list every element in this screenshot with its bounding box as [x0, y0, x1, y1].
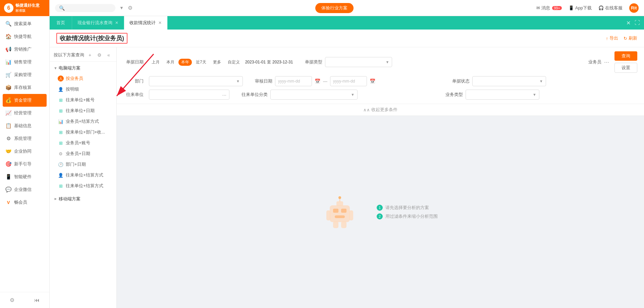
sales-icon: 📊	[5, 59, 11, 65]
table4-icon: ⊞	[58, 140, 64, 146]
topbar-search[interactable]: 🔍	[55, 4, 115, 12]
scheme-item-by-detail[interactable]: 👤 按明细	[50, 84, 116, 95]
sidebar-collapse-btn[interactable]: ⏮	[32, 295, 42, 305]
doc-type-select[interactable]: ▼	[325, 57, 392, 67]
topbar-settings-icon[interactable]: ⚙	[128, 5, 132, 11]
sidebar-item-wechat[interactable]: 💬 企业微信	[0, 183, 49, 196]
date-dash: —	[323, 79, 327, 84]
tabbar: 首页 现金银行流水查询 ✕ 收款情况统计 ✕ ✕ ⛶	[50, 16, 644, 30]
refresh-label: 刷新	[629, 35, 637, 41]
sidebar-item-marketing[interactable]: 📢 营销推广	[0, 43, 49, 56]
basic-info-icon: 📋	[5, 123, 11, 129]
tab-home[interactable]: 首页	[50, 16, 72, 30]
sidebar-item-enterprise[interactable]: 🤝 企业协同	[0, 145, 49, 158]
trial-button[interactable]: 体验行业方案	[315, 3, 354, 13]
scheme-item-salesperson-settlement[interactable]: 📊 业务员+结算方式	[50, 116, 116, 127]
biz-type-select[interactable]: ▼	[466, 90, 539, 100]
tab-fullscreen-btn[interactable]: ⛶	[635, 20, 640, 26]
scheme-item-label: 业务员+账号	[66, 140, 90, 146]
user-avatar[interactable]: Rit	[629, 3, 639, 13]
scheme-item-counterpart-settlement1[interactable]: 👤 往来单位+结算方式	[50, 170, 116, 181]
message-btn[interactable]: ✉ 消息 99+	[536, 5, 562, 11]
review-date-to[interactable]: yyyy-mm-dd	[330, 76, 367, 86]
pc-scheme-group-header[interactable]: ▼ 电脑端方案	[50, 63, 116, 73]
app-download-btn[interactable]: 📱 App下载	[569, 5, 592, 11]
topbar-left: 🔍 ▼ ⚙	[55, 4, 132, 12]
date-shortcut-last-month[interactable]: 上月	[149, 59, 162, 66]
refresh-button[interactable]: ↻ 刷新	[624, 35, 637, 41]
date-shortcut-this-month[interactable]: 本月	[164, 59, 177, 66]
counterpart-category-select[interactable]: ▼	[270, 90, 358, 100]
scheme-item-label: 按业务员	[66, 75, 83, 82]
sidebar-item-guide[interactable]: 🎯 新手引导	[0, 158, 49, 170]
sidebar-item-basic-info[interactable]: 📋 基础信息	[0, 119, 49, 132]
mobile-group-arrow: ▼	[53, 197, 57, 201]
export-label: 导出	[609, 35, 618, 41]
review-date-from[interactable]: yyyy-mm-dd	[275, 76, 312, 86]
calendar-icon-left[interactable]: 📅	[315, 79, 320, 84]
online-service-btn[interactable]: 🎧 在线客服	[598, 5, 623, 11]
tab-close-all-btn[interactable]: ✕	[626, 20, 631, 26]
hint-text-2: 用过滤条件来缩小分析范围	[385, 213, 438, 219]
scheme-item-by-salesperson[interactable]: 人 按业务员	[50, 73, 116, 84]
doc-status-label: 单据状态	[452, 78, 470, 84]
collapse-more-btn[interactable]: ∧∧ 收起更多条件	[363, 107, 397, 113]
sidebar-item-label: 智能硬件	[14, 174, 32, 180]
calendar-icon-right[interactable]: 📅	[370, 79, 375, 84]
sidebar-item-smart-hardware[interactable]: 📱 智能硬件	[0, 170, 49, 183]
body-layout: 按以下方案查询 + ⚙ « ▼ 电脑端方案 人 按业务员	[50, 47, 644, 308]
scheme-item-counterpart-settlement2[interactable]: ⊞ 往来单位+结算方式	[50, 181, 116, 191]
sidebar-settings-btn[interactable]: ⚙	[8, 295, 16, 305]
export-button[interactable]: ↑ 导出	[606, 35, 619, 41]
counterpart-more-icon: ···	[222, 92, 226, 98]
tab-bank-flow[interactable]: 现金银行流水查询 ✕	[72, 16, 124, 30]
query-button[interactable]: 查询	[614, 51, 637, 61]
doc-type-label: 单据类型	[305, 59, 322, 65]
empty-state: 1 请先选择要分析的方案 2 用过滤条件来缩小分析范围	[117, 116, 644, 308]
sidebar-item-inventory[interactable]: 📦 库存核算	[0, 81, 49, 94]
sidebar-item-system[interactable]: ⚙ 系统管理	[0, 132, 49, 145]
dept-select[interactable]: ▼	[149, 76, 243, 86]
sidebar-item-sales[interactable]: 📊 销售管理	[0, 56, 49, 68]
date-shortcut-more[interactable]: 更多	[210, 59, 224, 66]
tabbar-controls: ✕ ⛶	[622, 20, 644, 26]
doc-type-down-arrow: ▼	[386, 60, 389, 64]
topbar-dropdown-icon[interactable]: ▼	[119, 5, 124, 10]
scheme-item-counterpart-account[interactable]: ⊞ 往来单位+账号	[50, 95, 116, 105]
sidebar-item-label: 企业协同	[14, 148, 32, 154]
date-shortcut-this-year[interactable]: 本年	[178, 59, 192, 66]
sidebar-item-purchase[interactable]: 🛒 采购管理	[0, 68, 49, 81]
collapse-panel-btn[interactable]: «	[105, 51, 112, 59]
mobile-group-label: 移动端方案	[59, 196, 80, 202]
search-menu-icon: 🔍	[5, 21, 11, 27]
message-icon: ✉	[536, 5, 540, 10]
mobile-scheme-group-header[interactable]: ▼ 移动端方案	[50, 194, 116, 204]
scheme-settings-btn[interactable]: ⚙	[96, 51, 103, 59]
settings-button[interactable]: 设置	[614, 63, 637, 73]
counterpart-input[interactable]: ···	[149, 90, 229, 100]
add-scheme-btn[interactable]: +	[86, 51, 94, 59]
left-panel-header-icons: + ⚙ «	[86, 51, 112, 59]
tab-collection-stats[interactable]: 收款情况统计 ✕	[124, 16, 167, 30]
tab-collection-stats-close[interactable]: ✕	[158, 20, 162, 25]
search-icon: 🔍	[59, 5, 65, 11]
scheme-item-salesperson-account[interactable]: ⊞ 业务员+账号	[50, 138, 116, 148]
scheme-item-label: 往来单位+结算方式	[66, 172, 103, 178]
tab-bank-flow-close[interactable]: ✕	[115, 20, 118, 25]
sidebar-item-search-menu[interactable]: 🔍 搜索菜单	[0, 17, 49, 30]
sidebar-item-operations[interactable]: 📈 经营管理	[0, 107, 49, 119]
doc-status-select[interactable]: ▼	[472, 76, 546, 86]
scheme-item-by-dept[interactable]: ⊞ 按来单位+部门+收...	[50, 127, 116, 138]
scheme-item-dept-date[interactable]: 🕐 部门+日期	[50, 159, 116, 170]
sidebar-item-quick-nav[interactable]: 🏠 快捷导航	[0, 30, 49, 43]
date-shortcut-custom[interactable]: 自定义	[225, 59, 243, 66]
hint-num-1: 1	[377, 205, 383, 211]
sidebar-item-finance[interactable]: 💰 资金管理	[3, 94, 47, 107]
collapse-row: ∧∧ 收起更多条件	[117, 104, 644, 116]
sidebar-item-vip[interactable]: V 畅会员	[0, 196, 49, 209]
scheme-item-counterpart-date[interactable]: ⊞ 往来单位+日期	[50, 105, 116, 116]
date-shortcut-7days[interactable]: 近7天	[193, 59, 209, 66]
scheme-item-salesperson-date[interactable]: ⚙ 业务员+日期	[50, 148, 116, 159]
salesperson-more-icon[interactable]: ···	[604, 59, 609, 66]
message-label: 消息	[541, 5, 550, 11]
